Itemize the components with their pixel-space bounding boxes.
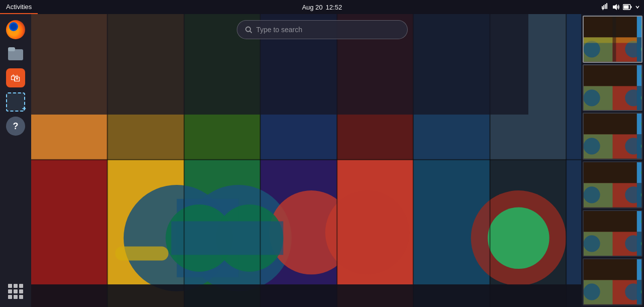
- svg-point-54: [584, 235, 600, 252]
- workspace-wallpaper-6: [584, 259, 641, 304]
- screenshot-icon: [6, 92, 25, 112]
- svg-rect-48: [637, 183, 641, 207]
- svg-rect-3: [606, 3, 607, 9]
- svg-rect-38: [637, 114, 641, 134]
- svg-point-11: [245, 27, 250, 31]
- search-bar: [237, 20, 408, 39]
- workspace-wallpaper-4: [584, 162, 641, 208]
- taskbar: [31, 284, 581, 307]
- dock-item-appcenter[interactable]: 🛍: [5, 67, 26, 88]
- svg-point-63: [584, 284, 600, 300]
- workspace-thumb-4[interactable]: [583, 161, 642, 209]
- svg-rect-7: [624, 6, 629, 9]
- dock-item-firefox[interactable]: [5, 19, 26, 40]
- svg-rect-30: [637, 86, 641, 110]
- svg-rect-0: [602, 6, 603, 9]
- show-apps-icon: [6, 282, 25, 301]
- system-tray: [601, 0, 644, 14]
- svg-point-27: [584, 89, 600, 106]
- workspace-thumb-2[interactable]: [583, 64, 642, 112]
- svg-rect-20: [637, 17, 641, 37]
- svg-rect-2: [605, 4, 606, 9]
- files-icon: [6, 44, 25, 63]
- search-input[interactable]: [256, 26, 399, 34]
- workspace-thumb-5[interactable]: [583, 210, 642, 257]
- svg-rect-95: [115, 247, 168, 261]
- workspace-wallpaper-2: [584, 65, 641, 111]
- svg-line-4: [603, 7, 604, 10]
- workspaces-panel: [581, 14, 644, 307]
- chevron-down-icon[interactable]: [635, 5, 640, 10]
- activities-button[interactable]: Activities: [0, 0, 38, 14]
- dock-item-files[interactable]: [5, 43, 26, 64]
- workspace-wallpaper-1: [584, 17, 641, 62]
- svg-point-16: [584, 41, 600, 57]
- svg-rect-94: [171, 221, 284, 255]
- svg-rect-57: [637, 232, 641, 256]
- dock-item-screenshot[interactable]: [5, 91, 26, 113]
- workspace-wallpaper-3: [584, 114, 641, 159]
- workspace-thumb-3[interactable]: [583, 113, 642, 160]
- svg-rect-8: [631, 6, 632, 8]
- svg-rect-10: [8, 47, 15, 51]
- svg-point-89: [325, 190, 409, 274]
- svg-rect-19: [613, 17, 616, 62]
- appcenter-icon: 🛍: [6, 68, 25, 87]
- clock: Aug 20 12:52: [302, 4, 342, 11]
- search-wrapper: [237, 20, 408, 39]
- dock-item-show-apps[interactable]: [5, 281, 26, 302]
- svg-rect-21: [637, 37, 641, 61]
- dock: 🛍 ?: [0, 14, 31, 307]
- network-icon[interactable]: [601, 3, 609, 11]
- workspace-thumb-1[interactable]: [583, 16, 642, 63]
- svg-rect-39: [637, 135, 641, 159]
- date-display: Aug 20: [302, 4, 323, 11]
- svg-point-45: [584, 186, 600, 203]
- svg-point-91: [488, 208, 549, 269]
- svg-rect-56: [637, 211, 641, 232]
- workspace-wallpaper-5: [584, 211, 641, 256]
- svg-rect-47: [637, 162, 641, 183]
- firefox-icon: [6, 20, 25, 39]
- speaker-icon[interactable]: [612, 3, 620, 11]
- dock-item-help[interactable]: ?: [5, 116, 26, 137]
- search-icon: [245, 26, 252, 34]
- svg-marker-5: [613, 4, 617, 10]
- topbar: Activities Aug 20 12:52: [0, 0, 644, 14]
- svg-rect-65: [637, 259, 641, 280]
- svg-rect-29: [637, 65, 641, 86]
- svg-line-12: [250, 31, 252, 33]
- svg-point-36: [584, 138, 600, 155]
- help-icon: ?: [6, 117, 25, 136]
- workspace-thumb-6[interactable]: [583, 258, 642, 305]
- battery-icon[interactable]: [623, 4, 632, 11]
- time-display: 12:52: [326, 4, 342, 11]
- svg-rect-66: [637, 280, 641, 304]
